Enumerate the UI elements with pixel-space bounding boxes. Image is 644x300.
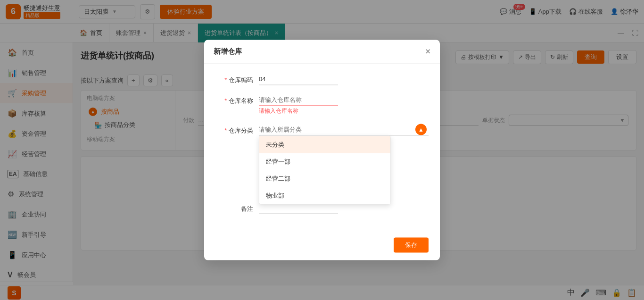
note-label: 备注 [215, 202, 253, 213]
modal-title: 新增仓库 [214, 47, 242, 56]
name-input[interactable] [259, 94, 338, 106]
category-dropdown-list: 未分类 经营一部 经营二部 物业部 [259, 136, 391, 205]
category-field-row: * 仓库分类 ▲ 未分类 经营一部 经营二部 物业部 [215, 124, 429, 136]
code-input-wrap [259, 73, 429, 85]
code-input[interactable] [259, 73, 338, 85]
modal-body: * 仓库编码 * 仓库名称 请输入仓库名称 * 仓库分类 [204, 64, 440, 232]
dropdown-option-0[interactable]: 未分类 [259, 136, 390, 153]
dropdown-option-1[interactable]: 经营一部 [259, 153, 390, 170]
name-error-message: 请输入仓库名称 [259, 107, 429, 115]
code-label: * 仓库编码 [215, 73, 253, 84]
category-input-wrap: ▲ 未分类 经营一部 经营二部 物业部 [259, 124, 429, 136]
name-label: * 仓库名称 [215, 94, 253, 105]
add-warehouse-modal: 新增仓库 × * 仓库编码 * 仓库名称 请输入仓库名称 [204, 40, 440, 260]
modal-footer: 保存 [204, 232, 440, 260]
category-label: * 仓库分类 [215, 124, 253, 135]
dropdown-option-3[interactable]: 物业部 [259, 187, 390, 204]
modal-header: 新增仓库 × [204, 40, 440, 64]
code-field-row: * 仓库编码 [215, 73, 429, 85]
dropdown-option-2[interactable]: 经营二部 [259, 170, 390, 187]
name-field-row: * 仓库名称 请输入仓库名称 [215, 94, 429, 115]
category-input[interactable] [259, 124, 429, 136]
category-dropdown: ▲ [259, 124, 429, 136]
dropdown-arrow-icon[interactable]: ▲ [415, 124, 427, 135]
save-button[interactable]: 保存 [394, 238, 429, 253]
name-input-wrap: 请输入仓库名称 [259, 94, 429, 115]
modal-close-button[interactable]: × [425, 47, 430, 57]
